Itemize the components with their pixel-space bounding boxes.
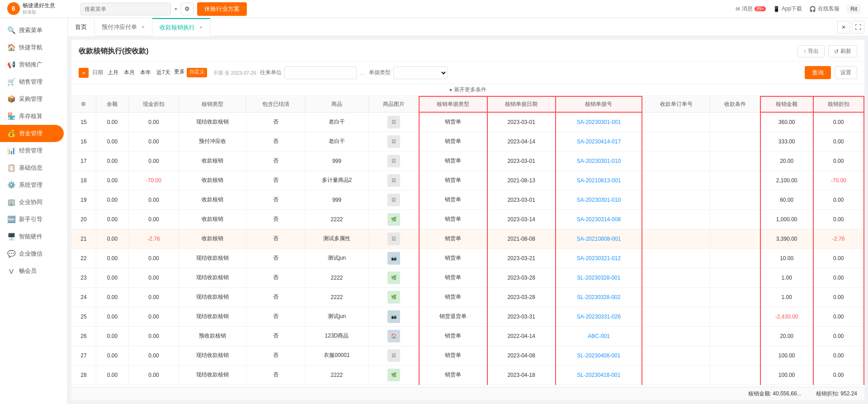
th-settings[interactable]: ⚙ <box>71 96 96 112</box>
box-icon: 📦 <box>7 95 15 103</box>
tab-close-verify[interactable]: × <box>199 24 203 31</box>
sidebar-item-finance[interactable]: 💰 资金管理 <box>0 125 64 142</box>
date-opt-this-month[interactable]: 本月 <box>122 68 137 77</box>
doc-no-link[interactable]: SA-20210808-001 <box>577 236 621 242</box>
sidebar-item-sales[interactable]: 🛒 销售管理 <box>0 73 67 90</box>
doc-no-link[interactable]: SA-20230314-008 <box>577 216 621 223</box>
cell-verify-type: 现结收款核销 <box>179 112 246 132</box>
cell-doc-no[interactable]: SA-20230321-012 <box>556 248 642 268</box>
date-opt-this-year[interactable]: 本年 <box>138 68 153 77</box>
cell-condition <box>710 229 760 248</box>
sidebar-item-enterprise-wx[interactable]: 💬 企业微信 <box>0 245 67 262</box>
sidebar-item-vip[interactable]: V 畅会员 <box>0 262 67 280</box>
cell-balance: 0.00 <box>96 171 128 190</box>
cell-doc-no[interactable]: SL-20230408-001 <box>556 346 642 365</box>
cell-balance: 0.00 <box>96 268 128 287</box>
cell-doc-date: 2023-03-01 <box>487 190 556 209</box>
refresh-icon: ↺ <box>834 48 839 55</box>
query-button[interactable]: 查询 <box>805 66 831 79</box>
doc-no-link[interactable]: SL-20230418-001 <box>577 372 620 378</box>
sidebar-item-marketing[interactable]: 📢 营销推广 <box>0 56 67 73</box>
cell-doc-no[interactable]: SA-20230301-001 <box>556 112 642 132</box>
cell-order-no <box>642 151 710 171</box>
cell-condition <box>710 132 760 151</box>
cell-doc-no[interactable]: SL-20230328-001 <box>556 268 642 287</box>
counterparty-input[interactable] <box>284 67 357 79</box>
th-included: 包含已结清 <box>246 96 305 112</box>
cell-doc-type: 销货单 <box>419 268 487 287</box>
search-input[interactable] <box>80 3 171 15</box>
industry-button[interactable]: 休验行业方案 <box>197 2 247 16</box>
tab-verify[interactable]: 收款核销执行 × <box>152 18 210 36</box>
cell-cash-discount: 0.00 <box>129 326 179 346</box>
doc-no-link[interactable]: SA-20230301-001 <box>577 119 621 125</box>
tab-home[interactable]: 首页 <box>68 18 94 36</box>
top-center: ▾ ⚙ 休验行业方案 <box>80 2 730 16</box>
doc-no-link[interactable]: SL-20230328-002 <box>577 294 620 300</box>
sidebar: 🔍 搜索菜单 🏠 快捷导航 📢 营销推广 🛒 销售管理 📦 采购管理 🏪 库存核… <box>0 18 68 404</box>
custom-date-badge[interactable]: 自定义 <box>187 68 207 77</box>
date-opt-7days[interactable]: 近7天 <box>155 68 172 77</box>
table-settings-button[interactable]: 设置 <box>835 66 857 79</box>
date-opt-last-month[interactable]: 上月 <box>106 68 120 77</box>
cell-doc-no[interactable]: SA-20230301-010 <box>556 190 642 209</box>
export-button[interactable]: ↑ 导出 <box>797 45 825 57</box>
expand-filter-button[interactable]: » <box>79 68 89 78</box>
doc-no-link[interactable]: SA-20210813-001 <box>577 177 621 184</box>
cell-doc-no[interactable]: SA-20230301-010 <box>556 151 642 171</box>
cell-verify-type: 现结收款核销 <box>179 346 246 365</box>
doc-no-link[interactable]: SL-20230408-001 <box>577 352 620 359</box>
tab-prepay[interactable]: 预付冲应付单 × <box>94 18 152 36</box>
sidebar-item-smart-hw[interactable]: 🖥️ 智能硬件 <box>0 228 67 245</box>
doc-no-link[interactable]: SA-20230321-012 <box>577 255 621 261</box>
doc-no-link[interactable]: ABC-001 <box>588 333 610 339</box>
sidebar-item-search-menu[interactable]: 🔍 搜索菜单 <box>0 22 67 39</box>
doc-no-link[interactable]: SA-20230301-010 <box>577 197 621 203</box>
cell-doc-no[interactable]: SA-20210813-001 <box>556 171 642 190</box>
message-button[interactable]: ✉ 消息 99+ <box>736 5 766 13</box>
doc-no-link[interactable]: SA-20230331-026 <box>577 314 621 320</box>
user-area[interactable]: Rit <box>847 5 861 14</box>
sidebar-item-enterprise[interactable]: 🏢 企业协同 <box>0 194 67 211</box>
sidebar-item-guide[interactable]: 🆕 新手引导 <box>0 211 67 228</box>
table-body: 15 0.00 0.00 现结收款核销 否 老白干 🖼 销货单 2023-03-… <box>71 112 864 385</box>
expand-more-button[interactable]: ▾ 展开更多条件 <box>449 86 486 94</box>
cell-discount: -2.76 <box>813 229 864 248</box>
cell-doc-no[interactable]: SA-20210808-001 <box>556 229 642 248</box>
cell-doc-no[interactable]: SA-20230414-017 <box>556 132 642 151</box>
footer-amount-total: 核销金额: 40,556,66... <box>748 390 802 398</box>
cell-num: 15 <box>71 112 96 132</box>
sidebar-item-purchase[interactable]: 📦 采购管理 <box>0 90 67 108</box>
cell-balance: 0.00 <box>96 112 128 132</box>
voucher-type-select[interactable] <box>393 67 448 79</box>
cell-included: 否 <box>246 171 305 190</box>
cell-doc-no[interactable]: SL-20230328-002 <box>556 287 642 307</box>
cell-amount: 100.00 <box>760 365 813 385</box>
cell-included: 否 <box>246 268 305 287</box>
gear-button[interactable]: ⚙ <box>181 3 193 15</box>
doc-no-link[interactable]: SL-20230328-001 <box>577 275 620 281</box>
doc-no-link[interactable]: SA-20230414-017 <box>577 138 621 145</box>
dropdown-arrow-icon[interactable]: ▾ <box>175 6 177 12</box>
cell-discount: 0.00 <box>813 307 864 326</box>
cell-doc-no[interactable]: ABC-001 <box>556 326 642 346</box>
refresh-button[interactable]: ↺ 刷新 <box>828 45 857 57</box>
doc-no-link[interactable]: SA-20230301-010 <box>577 158 621 164</box>
app-download-button[interactable]: 📱 App下载 <box>773 5 802 13</box>
tab-close-prepay[interactable]: × <box>142 24 145 30</box>
date-opt-more[interactable]: 更多 <box>174 68 185 77</box>
sidebar-item-biz[interactable]: 📊 经营管理 <box>0 142 67 159</box>
th-goods: 商品 <box>305 96 369 112</box>
cell-doc-date: 2022-04-14 <box>487 326 556 346</box>
table-row: 20 0.00 0.00 收款核销 否 2222 🌿 销货单 2023-03-1… <box>71 209 864 229</box>
sidebar-item-sys-mgmt[interactable]: ⚙️ 系统管理 <box>0 176 67 194</box>
sidebar-item-basic-info[interactable]: 📋 基础信息 <box>0 159 67 176</box>
online-service-button[interactable]: 🎧 在线客服 <box>809 5 840 13</box>
cell-doc-no[interactable]: SA-20230314-008 <box>556 209 642 229</box>
sidebar-item-quick-nav[interactable]: 🏠 快捷导航 <box>0 39 67 56</box>
sidebar-item-inventory[interactable]: 🏪 库存核算 <box>0 108 67 125</box>
cell-doc-no[interactable]: SA-20230331-026 <box>556 307 642 326</box>
close-window-button[interactable]: × <box>837 21 850 33</box>
cell-doc-no[interactable]: SL-20230418-001 <box>556 365 642 385</box>
fullscreen-button[interactable]: ⛶ <box>852 21 864 33</box>
